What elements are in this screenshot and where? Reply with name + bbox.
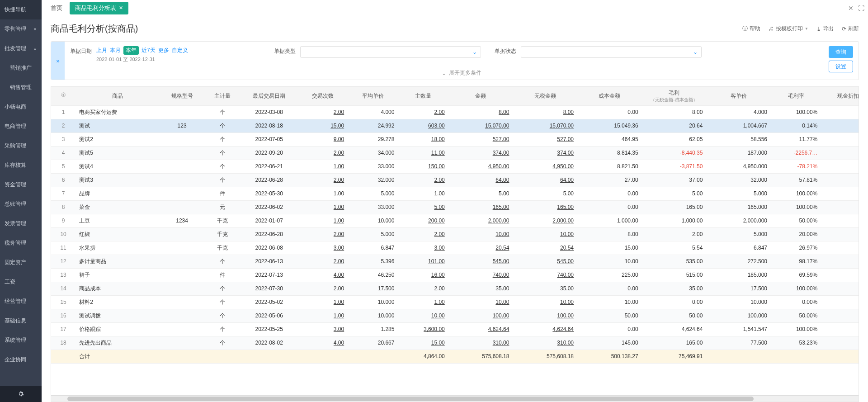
table-row[interactable]: 6测试3个2022-06-282.0032.0002.0064.0064.002…	[51, 173, 859, 187]
expand-conditions[interactable]: ⌄ 展开更多条件	[70, 66, 853, 80]
chevron-down-icon: ⌄	[472, 49, 477, 55]
sidebar-item-7[interactable]: 采购管理	[0, 136, 42, 156]
table-row[interactable]: 2测试123个2022-08-1815.0024.992603.0015,070…	[51, 119, 859, 132]
print-icon: 🖨	[769, 26, 774, 32]
table-wrap: 商品规格型号主计量最后交易日期交易次数平均单价主数量金额无税金额成本金额毛利（无…	[51, 86, 859, 402]
table-row[interactable]: 12多计量商品个2022-06-132.005.396101.00545.005…	[51, 255, 859, 268]
table-row[interactable]: 14商品成本个2022-07-302.0017.5002.0035.0035.0…	[51, 282, 859, 295]
col-header[interactable]: 金额	[448, 87, 513, 105]
date-shortcut[interactable]: 上月	[96, 47, 107, 54]
sidebar-item-12[interactable]: 税务管理	[0, 233, 42, 253]
main: 首页 商品毛利分析表 ✕ ✕ ⛶ 商品毛利分析(按商品) ⓘ 帮助 🖨 按模板打…	[42, 0, 868, 402]
col-header[interactable]: 毛利率	[771, 87, 821, 105]
filter-status-select[interactable]: ⌄	[521, 46, 702, 58]
export-icon: ⤓	[816, 26, 821, 32]
date-shortcut[interactable]: 本月	[110, 47, 121, 54]
filter-date: 单据日期 上月本月本年近7天更多自定义 2022-01-01 至 2022-12…	[70, 46, 188, 63]
date-shortcut[interactable]: 近7天	[142, 47, 156, 54]
table-row[interactable]: 3测试2个2022-07-059.0029.27818.00527.00527.…	[51, 132, 859, 146]
tab-home[interactable]: 首页	[45, 2, 68, 14]
svg-point-0	[62, 94, 64, 96]
sidebar-item-17[interactable]: 系统管理	[0, 331, 42, 350]
sidebar-item-18[interactable]: 企业协同	[0, 350, 42, 369]
col-header[interactable]: 商品	[75, 87, 159, 105]
sum-row: 合计4,864.00575,608.18575,608.18500,138.27…	[51, 350, 859, 363]
date-shortcut[interactable]: 自定义	[172, 47, 188, 54]
filter-collapse-toggle[interactable]: »	[51, 42, 65, 80]
search-button[interactable]: 查询	[829, 46, 853, 58]
help-link[interactable]: ⓘ 帮助	[742, 25, 760, 33]
sidebar-settings[interactable]	[0, 386, 42, 402]
col-header[interactable]: 现金折扣金额	[821, 87, 859, 105]
sidebar-item-6[interactable]: 电商管理	[0, 117, 42, 136]
page-title: 商品毛利分析(按商品)	[51, 23, 138, 35]
table-row[interactable]: 10红椒千克2022-06-282.005.0002.0010.0010.008…	[51, 227, 859, 241]
tab-profit-analysis[interactable]: 商品毛利分析表 ✕	[70, 2, 128, 14]
sidebar-item-11[interactable]: 发票管理	[0, 214, 42, 233]
filter-bar: » 单据日期 上月本月本年近7天更多自定义 2022-01-01 至 2022-…	[51, 41, 859, 80]
tabs-right: ✕ ⛶	[848, 5, 864, 12]
filter-type-select[interactable]: ⌄	[300, 46, 481, 58]
table-row[interactable]: 18先进先出商品个2022-08-024.0020.66715.00310.00…	[51, 336, 859, 350]
scrollbar-thumb[interactable]	[67, 397, 754, 401]
sidebar-item-13[interactable]: 固定资产	[0, 253, 42, 272]
col-header[interactable]: 成本金额	[577, 87, 642, 105]
table-row[interactable]: 9土豆1234千克2022-01-071.0010.000200.002,000…	[51, 214, 859, 227]
export-link[interactable]: ⤓ 导出	[816, 25, 834, 33]
close-icon[interactable]: ✕	[119, 5, 123, 11]
col-header[interactable]: 交易次数	[297, 87, 348, 105]
filter-status-label: 单据状态	[495, 46, 516, 55]
date-shortcut[interactable]: 更多	[158, 47, 169, 54]
date-shortcut[interactable]: 本年	[123, 46, 139, 55]
col-header[interactable]: 客单价	[706, 87, 771, 105]
col-header[interactable]: 无税金额	[513, 87, 577, 105]
chevron-down-icon: ⌄	[693, 49, 698, 55]
sidebar-item-15[interactable]: 经营管理	[0, 292, 42, 311]
table-row[interactable]: 5测试4个2022-06-211.0033.000150.004,950.004…	[51, 160, 859, 173]
sidebar-item-5[interactable]: 小畅电商	[0, 97, 42, 117]
filter-date-label: 单据日期	[70, 46, 92, 55]
table-scroll[interactable]: 商品规格型号主计量最后交易日期交易次数平均单价主数量金额无税金额成本金额毛利（无…	[51, 87, 859, 395]
sidebar-item-2[interactable]: 批发管理▲	[0, 39, 42, 58]
tab-label: 商品毛利分析表	[75, 4, 116, 12]
filter-status: 单据状态 ⌄	[495, 46, 702, 58]
sidebar-item-16[interactable]: 基础信息	[0, 311, 42, 331]
col-header[interactable]: 平均单价	[348, 87, 398, 105]
table-row[interactable]: 7品牌件2022-05-301.005.0001.005.005.000.005…	[51, 187, 859, 200]
table-row[interactable]: 4测试5个2022-09-202.0034.00011.00374.00374.…	[51, 146, 859, 160]
double-chevron-down-icon: ⌄	[442, 70, 446, 76]
col-header[interactable]: 主数量	[398, 87, 448, 105]
col-header[interactable]: 最后交易日期	[241, 87, 297, 105]
sidebar: 快捷导航零售管理▼批发管理▲营销推广销售管理小畅电商电商管理采购管理库存核算资金…	[0, 0, 42, 402]
table-row[interactable]: 8菜金元2022-06-021.0033.0005.00165.00165.00…	[51, 200, 859, 214]
col-header[interactable]: 毛利（无税金额-成本金额）	[642, 87, 707, 105]
settings-button[interactable]: 设置	[829, 61, 853, 72]
print-link[interactable]: 🖨 按模板打印 ▼	[769, 25, 808, 33]
tabs-bar: 首页 商品毛利分析表 ✕ ✕ ⛶	[42, 0, 868, 16]
table-row[interactable]: 15材料2个2022-05-021.0010.0001.0010.0010.00…	[51, 295, 859, 309]
sidebar-item-1[interactable]: 零售管理▼	[0, 19, 42, 39]
table-row[interactable]: 11水果捞千克2022-06-083.006.8473.0020.5420.54…	[51, 241, 859, 255]
sidebar-item-10[interactable]: 总账管理	[0, 194, 42, 214]
refresh-link[interactable]: ⟳ 刷新	[842, 25, 859, 33]
col-header[interactable]: 主计量	[205, 87, 241, 105]
sidebar-item-4[interactable]: 销售管理	[0, 78, 42, 97]
sidebar-item-8[interactable]: 库存核算	[0, 156, 42, 175]
refresh-icon: ⟳	[842, 26, 846, 32]
sidebar-item-14[interactable]: 工资	[0, 272, 42, 292]
sidebar-item-0[interactable]: 快捷导航	[0, 0, 42, 19]
fullscreen-icon[interactable]: ⛶	[858, 5, 864, 12]
table-row[interactable]: 17价格跟踪个2022-05-253.001.2853,600.004,624.…	[51, 322, 859, 336]
page-header: 商品毛利分析(按商品) ⓘ 帮助 🖨 按模板打印 ▼ ⤓ 导出 ⟳ 刷新	[42, 16, 868, 41]
table-row[interactable]: 16测试调拨个2022-05-061.0010.00010.00100.0010…	[51, 309, 859, 322]
sidebar-item-9[interactable]: 资金管理	[0, 175, 42, 194]
table-gear[interactable]	[51, 87, 75, 105]
table-row[interactable]: 1电商买家付运费个2022-03-082.004.0002.008.008.00…	[51, 105, 859, 119]
table-row[interactable]: 13裙子件2022-07-134.0046.25016.00740.00740.…	[51, 268, 859, 282]
header-actions: ⓘ 帮助 🖨 按模板打印 ▼ ⤓ 导出 ⟳ 刷新	[742, 25, 859, 33]
close-all-icon[interactable]: ✕	[848, 5, 854, 12]
sidebar-item-3[interactable]: 营销推广	[0, 58, 42, 78]
col-header[interactable]: 规格型号	[160, 87, 205, 105]
horizontal-scrollbar[interactable]	[51, 395, 859, 402]
profit-table: 商品规格型号主计量最后交易日期交易次数平均单价主数量金额无税金额成本金额毛利（无…	[51, 87, 859, 364]
